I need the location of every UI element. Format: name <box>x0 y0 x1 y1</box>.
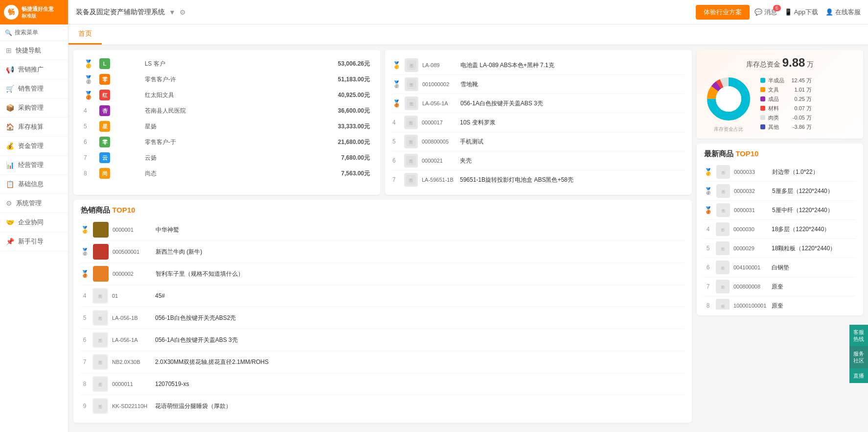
hot-products-title-row: 热销商品 TOP10 <box>81 206 685 215</box>
customer-avatar: 零 <box>99 74 110 85</box>
rank-number: 7 <box>81 150 96 166</box>
svg-text:图: 图 <box>98 338 102 343</box>
svg-text:图: 图 <box>409 121 413 125</box>
product-code: 0000017 <box>422 120 456 125</box>
legend-dot <box>760 78 765 83</box>
search-icon: 🔍 <box>5 29 12 36</box>
inventory-card: 库存总资金 9.88 万 <box>697 50 863 139</box>
customer-amount: 53,006.26元 <box>270 56 373 72</box>
legend-item: 材料 0.07 万 <box>760 105 812 112</box>
customer-name: 苍南县人民医院 <box>142 103 270 119</box>
newest-products-card: 最新商品 TOP10 🥇 图 0000033 封边带（1.0*22） 🥈 图 0… <box>697 144 863 315</box>
svg-text:图: 图 <box>721 286 725 289</box>
customer-service-btn[interactable]: 客服热线 <box>849 325 868 347</box>
legend-label: 文具 <box>768 86 779 94</box>
product-name: 雪地靴 <box>460 80 685 89</box>
customer-avatar: L <box>99 58 110 69</box>
svg-text:图: 图 <box>98 405 102 409</box>
live-btn[interactable]: 直播 <box>849 368 868 383</box>
customer-avatar: 零 <box>99 137 110 147</box>
rank-number: 6 <box>81 134 96 150</box>
svg-text:图: 图 <box>409 159 413 164</box>
app-download-button[interactable]: 📱 App下载 <box>784 8 818 17</box>
sidebar-item-guide[interactable]: 📌 新手引导 <box>0 232 68 251</box>
product-name: 5厘中纤（1220*2440） <box>772 206 856 215</box>
customer-row: 🥈 零 零售客户-许 51,183.00元 <box>81 72 373 87</box>
sidebar-item-marketing[interactable]: 📢 营销推广 <box>0 60 68 79</box>
message-button[interactable]: 💬 消息 6 <box>754 8 777 17</box>
customer-rank-table: 🥇 L LS 客户 53,006.26元 🥈 零 零售客户-许 51,183.0… <box>81 56 373 181</box>
customer-name: 零售客户-许 <box>142 72 270 87</box>
hot-products-list: 🥇 0000001 中华神鹫 🥈 000500001 新西兰牛肉 (新牛) 🥉 … <box>81 219 685 417</box>
search-menu[interactable]: 🔍 搜索菜单 <box>0 24 68 41</box>
service-community-btn[interactable]: 服务社区 <box>849 346 868 368</box>
svg-text:图: 图 <box>722 209 725 213</box>
inventory-legend: 半成品 12.45 万 文具 1.01 万 成品 0.25 万 材料 0.07 … <box>760 77 812 131</box>
product-icon: 图 <box>716 261 730 274</box>
product-code: LA-089 <box>422 62 457 68</box>
hot-product-row: 9 图 KK-SD22110H 花语萌恒温分腿睡袋（厚款） <box>81 395 685 417</box>
sidebar: 畅 畅捷通好生意 标准版 🔍 搜索菜单 ⊞ 快捷导航 📢 营销推广 🛒 销售管理… <box>0 0 69 432</box>
legend-label: 半成品 <box>768 77 784 84</box>
legend-item: 文具 1.01 万 <box>760 86 812 94</box>
rank-avatar-cell: 杏 <box>96 103 142 119</box>
product-code: 0000033 <box>734 169 768 175</box>
rank-avatar-cell: L <box>96 56 142 72</box>
page-tabs: 首页 <box>69 24 868 45</box>
sidebar-item-collab[interactable]: 🤝 企业协同 <box>0 213 68 232</box>
hot-product-row: 7 图 NB2.0X30B 2.0X30MM双搓花轴,搓花直径2.1MM/ROH… <box>81 351 685 373</box>
rank-number: 🥉 <box>81 87 96 103</box>
system-title-area: 装备及固定资产辅助管理系统 ▼ ⚙ <box>76 8 691 17</box>
product-code: 0000030 <box>733 226 768 232</box>
service-icon: 👤 <box>825 8 833 16</box>
product-icon: 图 <box>716 299 730 310</box>
svg-text:图: 图 <box>722 190 725 193</box>
product-thumbnail <box>93 222 109 238</box>
customer-avatar: 红 <box>99 90 110 100</box>
product-thumbnail <box>93 266 109 282</box>
product-name: 封边带（1.0*22） <box>772 168 856 176</box>
guide-icon: 📌 <box>6 238 14 245</box>
sidebar-item-purchase[interactable]: 📦 采购管理 <box>0 98 68 118</box>
customer-avatar: 尚 <box>99 168 110 179</box>
product-name: 18颗粒板（1220*2440） <box>772 244 856 253</box>
dropdown-icon[interactable]: ▼ <box>169 8 176 16</box>
online-service-button[interactable]: 👤 在线客服 <box>825 8 861 17</box>
sidebar-item-inventory[interactable]: 🏠 库存核算 <box>0 118 68 137</box>
sidebar-item-basic-info[interactable]: 📋 基础信息 <box>0 175 68 194</box>
product-name: 056-1A白色按键开关盖ABS 3壳 <box>155 336 685 344</box>
sidebar-item-system[interactable]: ⚙ 系统管理 <box>0 194 68 213</box>
settings-icon[interactable]: ⚙ <box>180 8 186 16</box>
legend-dot <box>760 124 765 129</box>
sidebar-item-finance[interactable]: 💰 资金管理 <box>0 137 68 156</box>
sidebar-item-quick-nav[interactable]: ⊞ 快捷导航 <box>0 41 68 60</box>
newest-product-row: 🥇 图 0000033 封边带（1.0*22） <box>704 163 856 182</box>
product-icon: 图 <box>716 241 730 255</box>
system-title-text: 装备及固定资产辅助管理系统 <box>76 8 165 17</box>
product-code: LA-056-1A <box>422 100 457 106</box>
newest-products-list: 🥇 图 0000033 封边带（1.0*22） 🥈 图 0000032 5厘多层… <box>704 163 856 310</box>
customer-row: 5 星 星扬 33,333.00元 <box>81 119 373 134</box>
finance-icon: 💰 <box>6 142 14 150</box>
sidebar-item-sales[interactable]: 🛒 销售管理 <box>0 79 68 98</box>
product-code: 0000011 <box>112 381 151 387</box>
product-icon: 图 <box>716 165 730 179</box>
product-name: 5厘多层（1220*2440） <box>772 187 856 195</box>
customer-amount: 21,680.00元 <box>270 134 373 150</box>
product-code: KK-SD22110H <box>112 403 151 409</box>
legend-dot <box>760 96 765 101</box>
home-icon: ⊞ <box>6 47 12 54</box>
new-product-row: 🥉 图 LA-056-1A 056-1A白色按键开关盖ABS 3壳 <box>392 94 685 113</box>
sidebar-item-operations[interactable]: 📊 经营管理 <box>0 156 68 175</box>
product-code: 000800005 <box>422 139 456 144</box>
product-name: 18多层（1220*2440） <box>772 225 856 234</box>
product-icon: 图 <box>405 96 418 110</box>
hot-product-row: 8 图 0000011 12070519-xs <box>81 373 685 395</box>
tab-home[interactable]: 首页 <box>69 24 102 45</box>
content-middle: 🥇 L LS 客户 53,006.26元 🥈 零 零售客户-许 51,183.0… <box>73 50 692 427</box>
new-product-row: 🥇 图 LA-089 电池盖 LA-089 ABS本色+黑种 7.1克 <box>392 56 685 75</box>
basic-info-icon: 📋 <box>6 180 14 188</box>
trial-plan-button[interactable]: 体验行业方案 <box>696 5 750 20</box>
product-name: 智利车子里（规格不知道填什么） <box>156 270 685 278</box>
product-icon: 图 <box>716 280 730 293</box>
